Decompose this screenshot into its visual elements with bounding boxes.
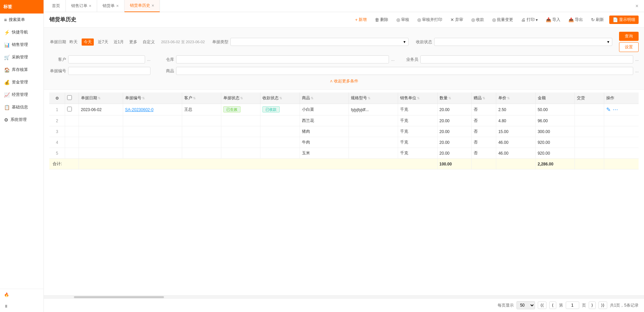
action-btns-1: ✎ ⋯ — [606, 106, 637, 113]
th-unit-price[interactable]: 单价 ⇅ — [496, 93, 535, 104]
row-transaction-3 — [575, 126, 604, 137]
collect-button[interactable]: ◎ 收款 — [469, 16, 487, 24]
import-button[interactable]: 📥 导入 — [543, 16, 563, 24]
row-doc-no-1: SA-20230602-0 — [123, 104, 182, 115]
batch-change-icon: ◎ — [492, 17, 496, 22]
row-quantity-3: 20.00 — [437, 126, 472, 137]
sidebar-item-search-menu[interactable]: ≡ 搜索菜单 — [0, 14, 44, 26]
table-row: 2 西兰花 千克 20.00 否 4.80 96.00 — [49, 115, 639, 126]
tab-close-all[interactable]: ✕ — [633, 4, 641, 8]
th-payment-status[interactable]: 收款状态 ⇅ — [260, 93, 300, 104]
th-doc-status[interactable]: 单据状态 ⇅ — [221, 93, 260, 104]
row-num-2: 2 — [49, 115, 65, 126]
tab-home[interactable]: 首页 — [47, 0, 66, 12]
th-quantity[interactable]: 数量 ⇅ — [437, 93, 472, 104]
row-spec-type-4 — [349, 137, 398, 148]
th-amount: 金额 — [535, 93, 575, 104]
collapse-button[interactable]: ∧ 收起更多条件 — [330, 78, 358, 84]
date-tab-1month[interactable]: 近1月 — [112, 38, 125, 46]
new-button[interactable]: + 新增 — [352, 16, 369, 24]
row-customer-3 — [182, 126, 221, 137]
export-button[interactable]: 📤 导出 — [566, 16, 586, 24]
date-tab-custom[interactable]: 自定义 — [141, 38, 156, 46]
next-page-btn[interactable]: ⟩ — [589, 302, 596, 309]
date-tab-7days[interactable]: 近7天 — [96, 38, 110, 46]
tab-sales-order[interactable]: 销售订单 ✕ — [66, 0, 97, 12]
print-icon: 🖨 — [521, 17, 526, 22]
goods-input[interactable] — [176, 67, 633, 75]
sidebar-item-purchase-mgmt[interactable]: 🛒 采购管理 — [0, 51, 44, 63]
sidebar-item-operations[interactable]: 📈 经营管理 — [0, 88, 44, 101]
th-spec-type[interactable]: 规格型号 ⇅ — [349, 93, 398, 104]
salesperson-input[interactable] — [420, 55, 633, 63]
more-btn-1[interactable]: ⋯ — [613, 106, 618, 113]
date-tab-today[interactable]: 今天 — [82, 38, 94, 46]
setting-button[interactable]: 设置 — [619, 42, 639, 52]
row-gift-4: 否 — [472, 137, 496, 148]
sidebar-bottom-item-1[interactable]: 🔥 — [0, 289, 44, 301]
sidebar-item-finance[interactable]: 💰 资金管理 — [0, 76, 44, 88]
row-doc-no-3 — [123, 126, 182, 137]
tab-sales-delivery[interactable]: 销货单 ✕ — [97, 0, 124, 12]
table-row: 4 牛肉 千克 20.00 否 46.00 920.00 — [49, 137, 639, 148]
sidebar-item-label: 快捷导航 — [12, 29, 28, 35]
row-1-checkbox[interactable] — [67, 107, 72, 111]
last-page-btn[interactable]: ⟩⟩ — [598, 302, 607, 309]
select-all-checkbox[interactable] — [67, 95, 72, 100]
sidebar-item-sales-mgmt[interactable]: 📊 销售管理 — [0, 38, 44, 51]
sidebar-bottom-item-2[interactable]: ⏸ — [0, 301, 44, 312]
refresh-button[interactable]: ↻ 刷新 — [588, 16, 607, 24]
payment-status-select[interactable]: ▾ — [434, 38, 612, 46]
row-goods-2: 西兰花 — [300, 115, 349, 126]
th-settings[interactable]: ⚙ — [49, 93, 65, 104]
per-page-select[interactable]: 50 100 200 — [516, 301, 535, 309]
doc-no-link-1[interactable]: SA-20230602-0 — [125, 107, 153, 112]
row-num-1: 1 — [49, 104, 65, 115]
first-page-btn[interactable]: ⟨⟨ — [538, 302, 547, 309]
warehouse-dots[interactable]: ... — [391, 57, 394, 62]
customer-dots[interactable]: ... — [147, 57, 150, 62]
sidebar-item-sys-mgmt[interactable]: ⚙ 系统管理 — [0, 113, 44, 126]
edit-btn-1[interactable]: ✎ — [606, 106, 611, 113]
sales-mgmt-icon: 📊 — [4, 42, 10, 48]
close-sales-order-icon[interactable]: ✕ — [89, 4, 91, 8]
th-goods[interactable]: 商品 ⇅ — [300, 93, 349, 104]
sidebar-item-basic-info[interactable]: 📋 基础信息 — [0, 101, 44, 113]
th-doc-no[interactable]: 单据编号 ⇅ — [123, 93, 182, 104]
th-checkbox — [65, 93, 79, 104]
customer-input[interactable] — [68, 55, 145, 63]
close-sales-history-icon[interactable]: ✕ — [151, 4, 154, 7]
filter-payment-status: 收款状态 ▾ — [415, 38, 612, 46]
audit-button[interactable]: ◎ 审核 — [394, 16, 412, 24]
goods-dots[interactable]: ... — [635, 69, 639, 73]
print-button[interactable]: 🖨 打印 ▾ — [519, 16, 540, 24]
warehouse-input[interactable] — [176, 55, 389, 63]
doc-type-select[interactable]: ▾ — [230, 38, 409, 46]
date-tab-more[interactable]: 更多 — [128, 38, 139, 46]
close-sales-delivery-icon[interactable]: ✕ — [116, 4, 119, 8]
th-customer[interactable]: 客户 ⇅ — [182, 93, 221, 104]
th-gift[interactable]: 赠品 ⇅ — [472, 93, 496, 104]
page-input[interactable] — [566, 302, 579, 309]
row-amount-5: 920.00 — [535, 148, 575, 159]
batch-change-button[interactable]: ◎ 批量变更 — [489, 16, 516, 24]
th-doc-date[interactable]: 单据日期 ⇅ — [79, 93, 123, 104]
show-detail-button[interactable]: 📄 显示明细 — [609, 16, 639, 24]
tab-sales-history[interactable]: 销货单历史 ✕ — [124, 0, 160, 12]
horizontal-scrollbar[interactable] — [44, 295, 644, 298]
prev-page-btn[interactable]: ⟨ — [549, 302, 556, 309]
query-button[interactable]: 查询 — [619, 32, 639, 41]
pause-icon: ⏸ — [4, 304, 8, 309]
sidebar-item-quick-nav[interactable]: ⚡ 快捷导航 — [0, 26, 44, 38]
th-sales-unit[interactable]: 销售单位 ⇅ — [398, 93, 437, 104]
delete-button[interactable]: 🗑 删除 — [372, 16, 391, 24]
th-action: 操作 — [604, 93, 639, 104]
payment-status-label: 收款状态 — [415, 39, 432, 45]
doc-no-input[interactable] — [68, 67, 150, 75]
audit-print-button[interactable]: ◎ 审核并打印 — [415, 16, 445, 24]
date-tab-yesterday[interactable]: 昨天 — [68, 38, 79, 46]
salesperson-dots[interactable]: ... — [635, 57, 639, 62]
sidebar-item-inventory[interactable]: 🏠 库存核算 — [0, 63, 44, 76]
abandon-button[interactable]: ✕ 弃审 — [448, 16, 466, 24]
filter-warehouse: 仓库 ... — [157, 55, 395, 63]
